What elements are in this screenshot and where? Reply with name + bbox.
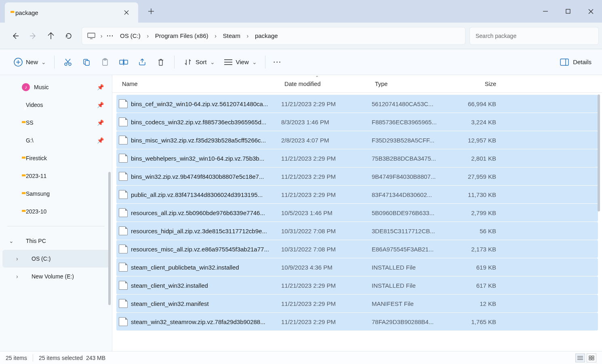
details-icon	[559, 59, 570, 66]
address-bar[interactable]: › ··· OS (C:) › Program Files (x86) › St…	[82, 27, 465, 45]
minimize-button[interactable]	[534, 1, 557, 21]
chevron-right-icon[interactable]: ›	[213, 33, 219, 39]
forward-button[interactable]	[24, 27, 42, 45]
file-type: MANIFEST File	[372, 300, 450, 307]
search-input[interactable]: Search package	[469, 27, 599, 45]
sidebar-item-videos[interactable]: Videos 📌	[2, 96, 109, 114]
breadcrumb-overflow[interactable]: ···	[105, 27, 116, 45]
chevron-right-icon[interactable]: ›	[98, 33, 105, 39]
new-label: New	[26, 59, 38, 65]
chevron-right-icon[interactable]: ›	[244, 33, 251, 39]
svg-rect-33	[592, 356, 594, 358]
copy-button[interactable]	[77, 54, 96, 70]
back-button[interactable]	[6, 27, 24, 45]
file-row[interactable]: steam_client_publicbeta_win32.installed …	[116, 258, 598, 276]
sidebar-item-2023-11[interactable]: 2023-11	[2, 167, 109, 185]
up-button[interactable]	[42, 27, 60, 45]
nav-row: › ··· OS (C:) › Program Files (x86) › St…	[0, 23, 602, 49]
file-icon	[119, 317, 128, 326]
sort-button[interactable]: Sort ⌄	[179, 54, 219, 70]
close-tab-button[interactable]	[120, 6, 133, 19]
breadcrumb-item-programfiles[interactable]: Program Files (x86)	[151, 32, 213, 39]
tab-title: package	[15, 9, 120, 16]
file-size: 27,959 KB	[450, 173, 502, 180]
pin-icon: 📌	[97, 137, 104, 144]
delete-button[interactable]	[152, 54, 170, 70]
sidebar-drive-os-c-[interactable]: › OS (C:)	[2, 250, 109, 268]
new-button[interactable]: New ⌄	[9, 54, 50, 70]
view-thumbs-button[interactable]	[587, 354, 596, 362]
maximize-button[interactable]	[557, 1, 579, 21]
sidebar-item-g-[interactable]: G:\ 📌	[2, 132, 109, 149]
file-row[interactable]: resources_all.zip.vz.5b0960bde976b6339e7…	[116, 204, 598, 222]
ellipsis-icon: ···	[107, 33, 114, 39]
sort-label: Sort	[196, 59, 207, 65]
view-button[interactable]: View ⌄	[219, 54, 261, 70]
file-row[interactable]: bins_codecs_win32.zip.vz.f885736ecb39659…	[116, 113, 598, 131]
file-row[interactable]: bins_cef_win32_win10-64.zip.vz.561207414…	[116, 95, 598, 113]
chevron-down-icon: ⌄	[9, 238, 14, 244]
status-size: 243 MB	[86, 355, 105, 361]
file-row[interactable]: steam_client_win32.installed 11/21/2023 …	[116, 276, 598, 294]
rename-button[interactable]	[114, 54, 133, 70]
sidebar-item-music[interactable]: ♪ Music 📌	[2, 78, 109, 96]
details-pane-button[interactable]: Details	[559, 59, 593, 66]
file-date: 11/21/2023 2:29 PM	[281, 173, 372, 180]
refresh-button[interactable]	[60, 27, 78, 45]
file-row[interactable]: bins_webhelpers_win32_win10-64.zip.vz.75…	[116, 149, 598, 167]
file-type: 78FA29D3B90288B4...	[372, 318, 450, 325]
details-label: Details	[573, 59, 591, 65]
close-window-button[interactable]	[579, 1, 602, 21]
cut-button[interactable]	[59, 54, 77, 70]
chevron-down-icon: ⌄	[41, 59, 46, 65]
file-icon	[119, 226, 128, 235]
minimize-icon	[543, 9, 548, 14]
active-tab[interactable]: package	[5, 2, 138, 23]
paste-button[interactable]	[96, 54, 114, 70]
status-bar: 25 items 25 items selected 243 MB	[0, 351, 602, 364]
file-row[interactable]: resources_misc_all.zip.vz.e86a975545f3ab…	[116, 240, 598, 258]
file-icon	[119, 99, 128, 108]
sidebar-item-firestick[interactable]: Firestick	[2, 149, 109, 167]
breadcrumb-item-os[interactable]: OS (C:)	[116, 32, 145, 39]
new-tab-button[interactable]	[143, 3, 159, 19]
column-header-type[interactable]: Type	[373, 75, 451, 92]
column-header-size[interactable]: Size	[451, 75, 503, 92]
grid-icon	[589, 356, 594, 360]
svg-rect-27	[560, 59, 568, 65]
breadcrumb-root[interactable]	[84, 27, 98, 45]
separator	[174, 56, 175, 69]
file-row[interactable]: steam_win32_steamrow.zip.vz.78fa29d3b902…	[116, 313, 598, 331]
chevron-right-icon[interactable]: ›	[145, 33, 151, 39]
file-size: 12,957 KB	[450, 137, 502, 144]
breadcrumb-item-steam[interactable]: Steam	[219, 32, 244, 39]
sidebar-item-samsung[interactable]: Samsung	[2, 185, 109, 203]
file-row[interactable]: bins_misc_win32.zip.vz.f35d293b528a5cff5…	[116, 131, 598, 149]
sidebar-drive-new-volume-e-[interactable]: › New Volume (E:)	[2, 268, 109, 285]
scrollbar[interactable]	[108, 172, 111, 305]
share-button[interactable]	[133, 54, 152, 70]
file-row[interactable]: public_all.zip.vz.83f471344d8306024d3913…	[116, 186, 598, 203]
view-details-button[interactable]	[575, 354, 585, 362]
breadcrumb-item-package[interactable]: package	[251, 32, 282, 39]
column-header-date[interactable]: Date modified	[282, 75, 373, 92]
file-size: 12 KB	[450, 300, 502, 307]
sidebar-item-this-pc[interactable]: ⌄ This PC	[2, 232, 109, 250]
column-header-name[interactable]: Name	[120, 75, 282, 92]
title-bar: package	[0, 0, 602, 23]
file-date: 11/21/2023 2:29 PM	[281, 282, 372, 289]
scrollbar[interactable]	[598, 94, 600, 211]
file-icon	[119, 208, 128, 217]
separator	[54, 56, 55, 69]
file-row[interactable]: resources_hidpi_all.zip.vz.3de815c311771…	[116, 222, 598, 240]
file-date: 11/21/2023 2:29 PM	[281, 300, 372, 307]
more-button[interactable]: ···	[269, 54, 286, 70]
column-headers: ⌃ Name Date modified Type Size	[112, 75, 602, 93]
sidebar-item-label: OS (C:)	[32, 255, 51, 262]
sidebar-item-2023-10[interactable]: 2023-10	[2, 203, 109, 220]
sidebar-item-ss[interactable]: SS 📌	[2, 114, 109, 132]
file-size: 11,730 KB	[450, 191, 502, 198]
chevron-right-icon: ›	[16, 273, 18, 280]
file-row[interactable]: bins_win32.zip.vz.9b4749f84030b8807e5c18…	[116, 167, 598, 185]
file-row[interactable]: steam_client_win32.manifest 11/21/2023 2…	[116, 295, 598, 312]
